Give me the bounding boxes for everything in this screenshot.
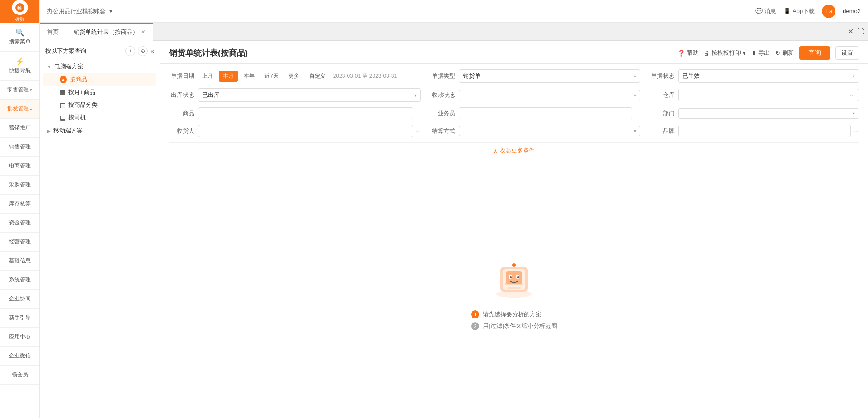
date-btn-7days[interactable]: 近7天 (260, 71, 283, 82)
help-button[interactable]: ❓ 帮助 (678, 49, 698, 57)
sidebar-item-basic-label: 基础信息 (9, 257, 31, 265)
user-name[interactable]: demo2 (843, 8, 861, 14)
dept-chevron: ▾ (853, 111, 855, 116)
date-btn-last-month[interactable]: 上月 (198, 71, 217, 82)
filter-row-2: 出库状态 已出库 ▾ 收款状态 (169, 88, 859, 102)
sidebar-item-enterprise-wechat[interactable]: 企业微信 (0, 347, 39, 366)
left-panel: 按以下方案查询 + ⊙ « ▼ 电脑端方案 ● 按商品 ▦ (40, 41, 160, 418)
collapse-filter-button[interactable]: ∧ 收起更多条件 (169, 142, 859, 158)
collapse-panel-button[interactable]: « (151, 48, 154, 55)
salesperson-dots[interactable]: ··· (635, 110, 640, 117)
logo[interactable]: 畅 标账 (0, 0, 39, 23)
product-dots[interactable]: ··· (416, 110, 421, 117)
sidebar-item-system[interactable]: 系统管理 (0, 271, 39, 290)
sidebar-item-basic[interactable]: 基础信息 (0, 252, 39, 271)
query-button[interactable]: 查询 (799, 46, 830, 60)
tab-stats[interactable]: 销货单统计表（按商品） ✕ (66, 23, 153, 41)
month-product-icon: ▦ (60, 89, 66, 96)
quick-nav-icon: ⚡ (15, 57, 24, 66)
sidebar-item-app-center[interactable]: 应用中心 (0, 328, 39, 347)
tree-child-by-product-label: 按商品 (70, 76, 87, 84)
date-btn-more[interactable]: 更多 (284, 71, 303, 82)
app-title-dropdown[interactable]: ▾ (109, 8, 113, 14)
sidebar-item-marketing[interactable]: 营销推广 (0, 119, 39, 138)
tree-child-by-category[interactable]: ▤ 按商品分类 (43, 99, 156, 111)
add-scheme-button[interactable]: + (125, 46, 135, 56)
tree-child-by-product[interactable]: ● 按商品 (43, 73, 156, 86)
warehouse-dots[interactable]: ··· (849, 91, 855, 99)
main-area: 办公用品行业模拟账套 ▾ 💬 消息 📱 App下载 Ea demo2 首页 (40, 0, 868, 418)
print-button[interactable]: 🖨 按模板打印 ▾ (704, 49, 746, 57)
maximize-tab-btn[interactable]: ⛶ (857, 28, 864, 36)
sidebar-item-ecommerce[interactable]: 电商管理 (0, 157, 39, 176)
export-button[interactable]: ⬇ 导出 (751, 49, 770, 57)
sidebar-item-finance[interactable]: 资金管理 (0, 214, 39, 233)
doc-status-label: 单据状态 (649, 72, 675, 80)
date-range: 2023-03-01 至 2023-03-31 (333, 72, 397, 80)
sidebar-item-retail[interactable]: 零售管理 ▾ (0, 81, 39, 100)
sidebar-item-wholesale[interactable]: 批发管理 ▴ (0, 100, 39, 119)
sidebar-item-newbie[interactable]: 新手引导 (0, 309, 39, 328)
receipt-status-select[interactable]: ▾ (459, 90, 640, 100)
filter-out-status: 出库状态 已出库 ▾ (169, 88, 421, 102)
tree-parent-pc-label: 电脑端方案 (54, 62, 84, 71)
wholesale-arrow: ▴ (30, 107, 32, 111)
tree-child-by-category-label: 按商品分类 (68, 101, 98, 109)
payment-select[interactable]: ▾ (459, 126, 640, 136)
product-input[interactable] (198, 107, 413, 119)
date-label: 单据日期 (169, 72, 194, 80)
svg-point-12 (517, 276, 519, 278)
message-button[interactable]: 💬 消息 (755, 7, 776, 15)
product-label: 商品 (169, 109, 194, 118)
settings-button[interactable]: 设置 (835, 46, 859, 60)
date-btn-this-year[interactable]: 本年 (240, 71, 259, 82)
collapse-filter-label: 收起更多条件 (500, 147, 535, 155)
sidebar-item-sales[interactable]: 销售管理 (0, 138, 39, 157)
tab-close-icon[interactable]: ✕ (141, 29, 146, 35)
tree-child-by-month-product[interactable]: ▦ 按月+商品 (43, 86, 156, 99)
doc-status-select[interactable]: 已生效 ▾ (678, 69, 859, 83)
sidebar-item-purchase[interactable]: 采购管理 (0, 176, 39, 195)
sidebar-item-enterprise[interactable]: 企业协同 (0, 290, 39, 309)
receiver-input[interactable] (198, 125, 413, 137)
doc-type-select[interactable]: 销货单 ▾ (459, 69, 640, 83)
tab-home[interactable]: 首页 (40, 23, 66, 41)
tree-parent-mobile[interactable]: ▶ 移动端方案 (43, 124, 156, 138)
warehouse-select[interactable]: ··· (678, 89, 859, 101)
sidebar-item-search[interactable]: 🔍 搜索菜单 (0, 23, 39, 52)
brand-dots[interactable]: ··· (854, 128, 859, 135)
payment-chevron: ▾ (634, 128, 636, 133)
edit-scheme-button[interactable]: ⊙ (138, 46, 148, 56)
tree-child-by-month-label: 按月+商品 (68, 88, 95, 96)
salesperson-input[interactable] (459, 107, 632, 119)
sidebar-item-inventory[interactable]: 库存核算 (0, 195, 39, 214)
sidebar-item-operations[interactable]: 经营管理 (0, 233, 39, 252)
receiver-dots[interactable]: ··· (416, 128, 421, 135)
dept-select[interactable]: ▾ (678, 108, 859, 119)
topbar-right: 💬 消息 📱 App下载 Ea demo2 (755, 5, 861, 18)
receipt-status-value: ▾ (459, 90, 640, 100)
out-status-select[interactable]: 已出库 ▾ (198, 88, 421, 102)
sidebar-item-member[interactable]: 畅会员 (0, 366, 39, 385)
date-btn-custom[interactable]: 自定义 (305, 71, 330, 82)
tab-home-label: 首页 (47, 28, 59, 36)
date-btn-this-month[interactable]: 本月 (219, 71, 238, 82)
refresh-label: 刷新 (782, 49, 794, 57)
app-download-label: App下载 (793, 7, 815, 15)
tree-child-by-driver[interactable]: ▤ 按司机 (43, 111, 156, 124)
sidebar-item-quick-nav[interactable]: ⚡ 快捷导航 (0, 52, 39, 81)
refresh-button[interactable]: ↻ 刷新 (775, 49, 794, 57)
app-download-button[interactable]: 📱 App下载 (783, 7, 815, 15)
sidebar-item-search-label: 搜索菜单 (9, 38, 31, 46)
category-icon: ▤ (60, 101, 66, 109)
empty-steps: 1 请先选择要分析的方案 2 用[过滤]条件来缩小分析范围 (471, 310, 557, 334)
date-value: 上月 本月 本年 近7天 更多 自定义 2023-03-01 至 2023-03… (198, 71, 421, 82)
brand-input[interactable] (678, 125, 851, 137)
avatar[interactable]: Ea (822, 5, 835, 18)
filter-warehouse: 仓库 ··· (649, 89, 859, 101)
filter-dept: 部门 ▾ (649, 108, 859, 119)
export-icon: ⬇ (751, 50, 756, 57)
tree-parent-pc[interactable]: ▼ 电脑端方案 (43, 60, 156, 73)
close-tab-btn[interactable]: ✕ (848, 27, 854, 36)
tree-arrow-pc: ▼ (47, 64, 52, 69)
